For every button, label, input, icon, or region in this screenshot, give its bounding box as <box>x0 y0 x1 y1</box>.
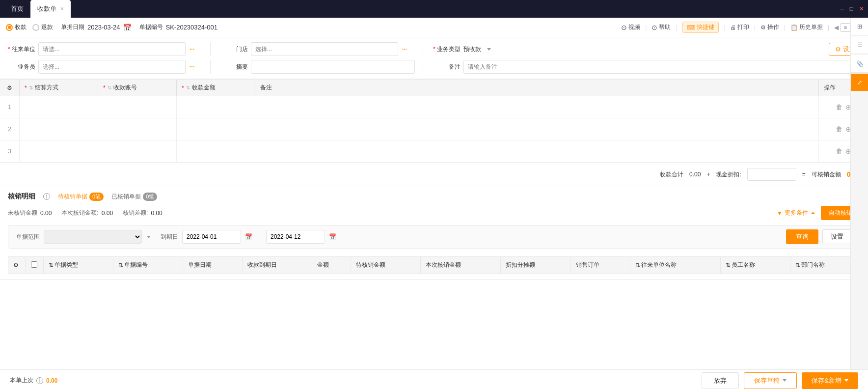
td-shoukuan-1[interactable] <box>98 96 177 118</box>
minimize-btn[interactable]: ─ <box>840 5 844 12</box>
td-beizhu-2[interactable] <box>255 118 819 140</box>
select-all-checkbox[interactable] <box>31 261 37 268</box>
right-panel-expand[interactable]: ⤢ <box>851 74 868 91</box>
td-jiesuan-3[interactable] <box>20 140 98 162</box>
help-icon: ⊙ <box>651 24 657 31</box>
tab-home[interactable]: 首页 <box>4 0 30 18</box>
sort-icon-type: ⇅ <box>49 262 54 269</box>
maximize-btn[interactable]: □ <box>850 5 853 12</box>
delete-icon-3[interactable]: 🗑 <box>836 147 842 155</box>
radio-shoukuan[interactable]: 收款 <box>6 23 27 31</box>
td-jine-3[interactable] <box>177 140 255 162</box>
td-beizhu-3[interactable] <box>255 140 819 162</box>
verify-info-icon[interactable]: i <box>43 193 50 200</box>
verify-right-actions: ▼ 更多条件 自动核销 <box>777 206 860 220</box>
business-type-value: 预收款 <box>463 45 481 54</box>
store-ellipsis[interactable]: ··· <box>402 46 407 53</box>
print-btn[interactable]: 🖨 打印 <box>730 23 749 31</box>
partner-ellipsis[interactable]: ··· <box>190 46 194 53</box>
jiesuan-input-1[interactable] <box>25 100 93 114</box>
business-type-arrow[interactable] <box>486 46 491 53</box>
jiesuan-input-2[interactable] <box>25 122 93 136</box>
layout-list-icon[interactable]: ≡ <box>841 23 850 32</box>
right-panel-table[interactable]: ⊞ <box>851 18 868 35</box>
th-checkbox-verify[interactable] <box>26 257 44 274</box>
verify-tab-done[interactable]: 已核销单据 0笔 <box>111 193 157 201</box>
th-jine[interactable]: ⇅ 收款金额 <box>177 80 255 96</box>
save-new-button[interactable]: 保存&新增 <box>802 372 858 389</box>
calendar-from-icon[interactable]: 📅 <box>245 233 252 240</box>
store-input[interactable] <box>251 42 398 56</box>
video-icon: ⊙ <box>621 24 627 31</box>
th-settings-verify[interactable]: ⚙ <box>8 257 26 274</box>
calendar-to-icon[interactable]: 📅 <box>329 233 336 240</box>
th-beizhu: 备注 <box>255 80 819 96</box>
query-button[interactable]: 查询 <box>786 229 818 244</box>
kuaijian-btn[interactable]: ⌨ 快捷键 <box>682 22 719 33</box>
beizhu-input-1[interactable] <box>260 100 814 114</box>
sort-icon-shoukuan: ⇅ <box>108 85 111 90</box>
help-btn[interactable]: ⊙ 帮助 <box>651 23 671 31</box>
shoukuan-input-2[interactable] <box>103 122 171 136</box>
td-jiesuan-1[interactable] <box>20 96 98 118</box>
jine-input-3[interactable] <box>182 144 250 158</box>
range-select[interactable] <box>44 230 142 244</box>
th-dept[interactable]: ⇅部门名称 <box>790 257 860 274</box>
history-btn[interactable]: 📋 历史单据 <box>790 23 823 31</box>
notes-input[interactable] <box>463 60 862 74</box>
tab-shoukuan[interactable]: 收款单 × <box>30 0 71 18</box>
td-jine-2[interactable] <box>177 118 255 140</box>
filter-settings-button[interactable]: 设置 <box>822 229 852 244</box>
th-settings[interactable]: ⚙ <box>0 80 20 96</box>
salesperson-field-group: 业务员 ··· <box>6 60 202 74</box>
summary-input[interactable] <box>251 60 415 74</box>
th-jiesuan[interactable]: ⇅ 结算方式 <box>20 80 98 96</box>
bottom-info-icon[interactable]: i <box>36 377 43 384</box>
right-panel-list[interactable]: ☰ <box>851 36 868 54</box>
save-draft-button[interactable]: 保存草稿 <box>744 372 797 389</box>
verification-section: 核销明细 i 待核销单据 0笔 已核销单据 0笔 未核销金额 0.00 本次核销… <box>0 186 868 280</box>
radio-tuidan[interactable]: 退款 <box>32 23 53 31</box>
receipt-table: ⚙ ⇅ 结算方式 ⇅ 收款账号 ⇅ 收款金额 备注 操作 1 <box>0 79 868 186</box>
td-shoukuan-2[interactable] <box>98 118 177 140</box>
date-to-input[interactable] <box>266 230 325 244</box>
video-btn[interactable]: ⊙ 视频 <box>621 23 640 31</box>
th-number[interactable]: ⇅单据编号 <box>113 257 183 274</box>
unchecked-amount: 未核销金额 0.00 <box>8 209 52 217</box>
shoukuan-input-1[interactable] <box>103 100 171 114</box>
layout-left-icon[interactable]: ◀ <box>834 24 839 31</box>
shoukuan-input-3[interactable] <box>103 144 171 158</box>
caozuo-btn[interactable]: ⚙ 操作 <box>760 23 779 31</box>
th-partner[interactable]: ⇅往来单位名称 <box>630 257 720 274</box>
td-jine-1[interactable] <box>177 96 255 118</box>
verify-tab-pending[interactable]: 待核销单据 0笔 <box>58 193 104 201</box>
beizhu-input-3[interactable] <box>260 144 814 158</box>
delete-icon-1[interactable]: 🗑 <box>836 103 842 111</box>
more-conditions-btn[interactable]: ▼ 更多条件 <box>777 209 815 217</box>
jine-input-2[interactable] <box>182 122 250 136</box>
top-navigation: 首页 收款单 × ─ □ ✕ <box>0 0 868 18</box>
close-btn[interactable]: ✕ <box>859 5 864 12</box>
partner-input[interactable] <box>38 42 186 56</box>
td-jiesuan-2[interactable] <box>20 118 98 140</box>
beizhu-input-2[interactable] <box>260 122 814 136</box>
date-separator: — <box>256 233 262 240</box>
th-type[interactable]: ⇅单据类型 <box>44 257 113 274</box>
abandon-button[interactable]: 放弃 <box>702 372 739 389</box>
jine-input-1[interactable] <box>182 100 250 114</box>
range-arrow <box>147 236 151 238</box>
td-shoukuan-3[interactable] <box>98 140 177 162</box>
td-beizhu-1[interactable] <box>255 96 819 118</box>
discount-input[interactable] <box>747 168 796 181</box>
right-panel-attachment[interactable]: 📎 <box>851 55 868 73</box>
jiesuan-input-3[interactable] <box>25 144 93 158</box>
th-shoukuan[interactable]: ⇅ 收款账号 <box>98 80 177 96</box>
salesperson-input[interactable] <box>38 60 186 74</box>
salesperson-ellipsis[interactable]: ··· <box>190 63 194 70</box>
close-tab-icon[interactable]: × <box>60 5 64 12</box>
date-from-input[interactable] <box>182 230 241 244</box>
delete-icon-2[interactable]: 🗑 <box>836 125 842 133</box>
calendar-icon[interactable]: 📅 <box>123 24 132 31</box>
verify-data-table: ⚙ ⇅单据类型 ⇅单据编号 单据日期 收款到期日 金额 待核销金额 本次核销金额… <box>8 256 860 274</box>
th-employee[interactable]: ⇅员工名称 <box>720 257 790 274</box>
